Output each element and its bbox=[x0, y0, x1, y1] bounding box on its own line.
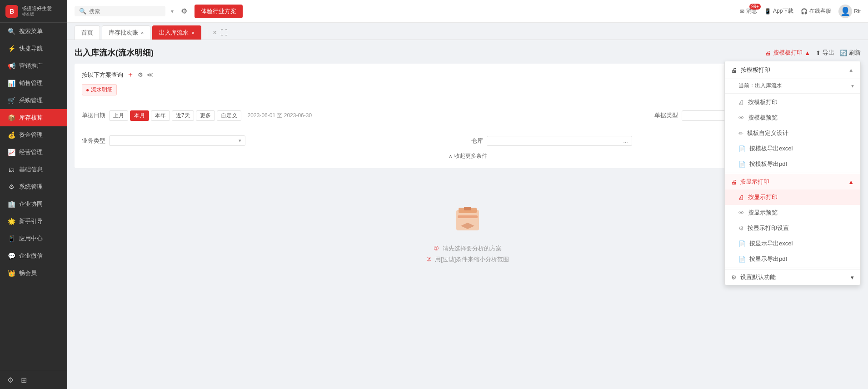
collapse-btn[interactable]: ∧ 收起更多条件 bbox=[447, 150, 489, 162]
print-display-export-excel[interactable]: 📄 按显示导出excel bbox=[725, 236, 860, 251]
date-custom[interactable]: 自定义 bbox=[217, 110, 241, 121]
print-display-preview[interactable]: 👁 按显示预览 bbox=[725, 205, 860, 220]
filter-business-type: 业务类型 ▾ bbox=[82, 135, 464, 146]
sidebar-item-label: 销售管理 bbox=[19, 79, 43, 87]
export-label: 导出 bbox=[823, 49, 834, 57]
filter-collapse-icon[interactable]: ≪ bbox=[147, 71, 153, 78]
empty-icon bbox=[449, 201, 486, 237]
window-maximize-btn[interactable]: ⛶ bbox=[220, 29, 228, 37]
topbar-search-box[interactable]: 🔍 bbox=[75, 6, 165, 16]
filter-tag-item[interactable]: ● 流水明细 bbox=[82, 84, 117, 95]
print-dropdown-header: 🖨 按模板打印 ▲ bbox=[725, 61, 860, 79]
tab-in-out-flow[interactable]: 出入库流水 × bbox=[152, 25, 201, 40]
print-display-settings[interactable]: ⚙ 按显示打印设置 bbox=[725, 220, 860, 236]
main-area: 🔍 ▾ ⚙ 体验行业方案 ✉ 消息 99+ 📱 App下载 🎧 在线客服 👤 bbox=[67, 0, 868, 389]
topbar-online-service[interactable]: 🎧 在线客服 bbox=[801, 7, 831, 15]
date-7days[interactable]: 近7天 bbox=[172, 110, 194, 121]
app-download-label: App下载 bbox=[773, 7, 793, 15]
sidebar-item-finance[interactable]: 💰 资金管理 bbox=[0, 126, 67, 144]
filter-add-btn[interactable]: ＋ bbox=[127, 70, 134, 80]
print-display-section-header[interactable]: 🖨 按显示打印 ▲ bbox=[725, 174, 860, 190]
business-type-label: 业务类型 bbox=[82, 137, 105, 145]
phone-icon: 📱 bbox=[7, 235, 15, 242]
sidebar-item-label: 新手引导 bbox=[19, 217, 43, 225]
template-customize-icon: ✏ bbox=[738, 130, 743, 137]
display-print-label: 按显示打印 bbox=[748, 193, 778, 201]
sidebar-item-label: 企业协同 bbox=[19, 200, 43, 208]
template-customize-label: 模板自定义设计 bbox=[747, 129, 788, 137]
print-template-print[interactable]: 🖨 按模板打印 bbox=[725, 95, 860, 110]
tab-batch-account-label: 库存批次账 bbox=[109, 29, 138, 37]
print-template-preview[interactable]: 👁 按模板预览 bbox=[725, 110, 860, 125]
filter-tag-label: 流水明细 bbox=[91, 86, 113, 94]
online-service-label: 在线客服 bbox=[809, 7, 831, 15]
window-controls: × ⛶ bbox=[207, 29, 233, 37]
sidebar-item-member[interactable]: 👑 畅会员 bbox=[0, 264, 67, 282]
sidebar-item-enterprise[interactable]: 🏢 企业协同 bbox=[0, 195, 67, 213]
warehouse-label: 仓库 bbox=[471, 137, 483, 145]
tab-batch-account-close[interactable]: × bbox=[141, 30, 144, 35]
display-section-collapse[interactable]: ▲ bbox=[848, 179, 854, 185]
topbar-gear-icon[interactable]: ⚙ bbox=[181, 7, 187, 15]
date-last-month[interactable]: 上月 bbox=[109, 110, 128, 121]
date-label: 单据日期 bbox=[82, 111, 105, 120]
date-more[interactable]: 更多 bbox=[196, 110, 215, 121]
tab-in-out-flow-close[interactable]: × bbox=[191, 30, 194, 35]
sidebar-item-label: 快捷导航 bbox=[19, 45, 43, 53]
topbar-app-download[interactable]: 📱 App下载 bbox=[764, 7, 793, 15]
sidebar-item-inventory[interactable]: 📦 库存核算 bbox=[0, 109, 67, 126]
date-this-month[interactable]: 本月 bbox=[130, 110, 149, 121]
filter-date-item: 单据日期 上月 本月 本年 近7天 更多 自定义 2023-06-01 至 20… bbox=[82, 110, 647, 121]
logo-icon: B bbox=[5, 5, 18, 18]
chat-icon: 💬 bbox=[7, 252, 15, 259]
print-display-print[interactable]: 🖨 按显示打印 bbox=[725, 190, 860, 205]
sidebar-item-sales[interactable]: 📊 销售管理 bbox=[0, 75, 67, 92]
print-header-icon: 🖨 bbox=[731, 67, 737, 74]
template-export-excel-label: 按模板导出excel bbox=[749, 145, 793, 153]
sidebar-nav: 🔍 搜索菜单 ⚡ 快捷导航 📢 营销推广 📊 销售管理 🛒 采购管理 📦 库存核… bbox=[0, 23, 67, 371]
money-icon: 💰 bbox=[7, 131, 15, 139]
trial-btn[interactable]: 体验行业方案 bbox=[195, 5, 243, 18]
filter-gear-icon[interactable]: ⚙ bbox=[138, 71, 143, 78]
topbar-message[interactable]: ✉ 消息 99+ bbox=[740, 7, 757, 15]
print-footer[interactable]: ⚙ 设置默认功能 ▾ bbox=[725, 269, 860, 285]
business-type-select[interactable]: ▾ bbox=[109, 135, 245, 146]
sidebar-item-quick-nav[interactable]: ⚡ 快捷导航 bbox=[0, 40, 67, 57]
sidebar-item-base[interactable]: 🗂 基础信息 bbox=[0, 161, 67, 178]
sidebar-item-guide[interactable]: 🌟 新手引导 bbox=[0, 213, 67, 230]
print-current-arrow[interactable]: ▾ bbox=[851, 83, 854, 89]
refresh-icon: 🔄 bbox=[840, 50, 847, 56]
print-template-export-pdf[interactable]: 📄 按模板导出pdf bbox=[725, 156, 860, 172]
settings-icon[interactable]: ⚙ bbox=[7, 376, 14, 384]
warehouse-select[interactable]: … bbox=[487, 136, 632, 146]
sidebar-item-label: 畅会员 bbox=[19, 269, 37, 277]
collapse-sidebar-icon[interactable]: ⊞ bbox=[21, 376, 27, 384]
sidebar-item-label: 基础信息 bbox=[19, 165, 43, 174]
sidebar-item-operations[interactable]: 📈 经营管理 bbox=[0, 144, 67, 161]
export-btn[interactable]: ⬆ 导出 bbox=[816, 49, 834, 57]
tab-home[interactable]: 首页 bbox=[75, 25, 100, 40]
date-this-year[interactable]: 本年 bbox=[151, 110, 170, 121]
window-close-btn[interactable]: × bbox=[213, 29, 217, 37]
sidebar-item-app-center[interactable]: 📱 应用中心 bbox=[0, 230, 67, 247]
print-template-export-excel[interactable]: 📄 按模板导出excel bbox=[725, 141, 860, 156]
display-section-label: 按显示打印 bbox=[740, 178, 845, 186]
tag-icon: ● bbox=[86, 87, 89, 93]
display-settings-label: 按显示打印设置 bbox=[748, 224, 789, 232]
refresh-btn[interactable]: 🔄 刷新 bbox=[840, 49, 861, 57]
sidebar-item-system[interactable]: ⚙ 系统管理 bbox=[0, 178, 67, 195]
topbar-search-input[interactable] bbox=[89, 8, 153, 15]
print-header-arrow-up[interactable]: ▲ bbox=[848, 67, 854, 74]
print-template-customize[interactable]: ✏ 模板自定义设计 bbox=[725, 125, 860, 141]
tab-batch-account[interactable]: 库存批次账 × bbox=[102, 25, 150, 40]
print-header-label: 按模板打印 bbox=[741, 66, 848, 74]
sidebar-item-marketing[interactable]: 📢 营销推广 bbox=[0, 57, 67, 75]
print-display-export-pdf[interactable]: 📄 按显示导出pdf bbox=[725, 251, 860, 267]
print-template-btn[interactable]: 🖨 按模板打印 ▲ bbox=[765, 49, 810, 57]
filter-title: 按以下方案查询 bbox=[82, 71, 123, 79]
topbar-user-avatar[interactable]: 👤 Rit bbox=[838, 5, 861, 18]
sidebar-item-purchase[interactable]: 🛒 采购管理 bbox=[0, 92, 67, 109]
sidebar-item-wechat[interactable]: 💬 企业微信 bbox=[0, 247, 67, 264]
topbar-dropdown-icon[interactable]: ▾ bbox=[171, 8, 174, 15]
sidebar-item-search[interactable]: 🔍 搜索菜单 bbox=[0, 23, 67, 40]
